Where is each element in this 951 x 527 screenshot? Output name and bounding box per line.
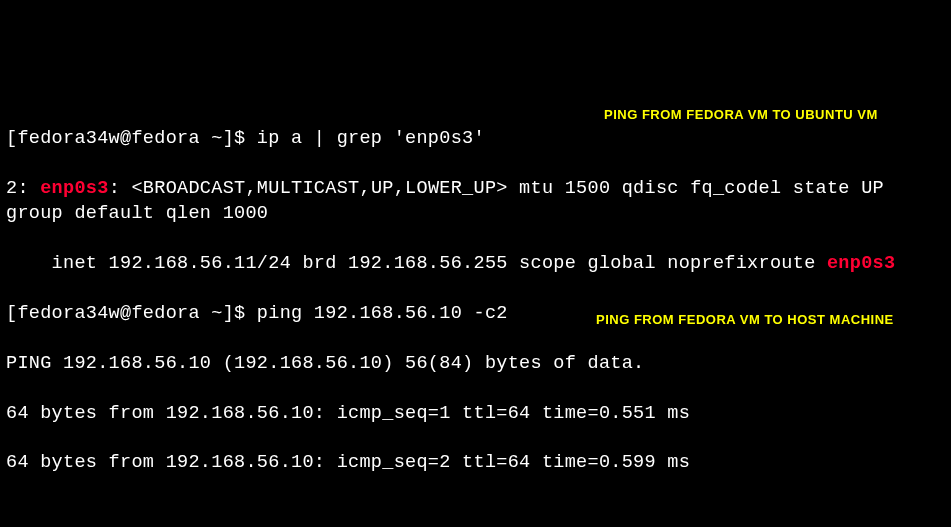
- command-text: ip a | grep 'enp0s3': [257, 128, 485, 149]
- annotation-fedora-to-host: PING FROM FEDORA VM TO HOST MACHINE: [596, 311, 894, 329]
- terminal-line: inet 192.168.56.11/24 brd 192.168.56.255…: [6, 252, 945, 277]
- grep-match-highlight: enp0s3: [827, 253, 895, 274]
- shell-prompt: [fedora34w@fedora ~]$: [6, 128, 257, 149]
- terminal-line: 2: enp0s3: <BROADCAST,MULTICAST,UP,LOWER…: [6, 177, 945, 227]
- grep-match-highlight: enp0s3: [40, 178, 108, 199]
- terminal-line: 64 bytes from 192.168.56.10: icmp_seq=2 …: [6, 451, 945, 476]
- terminal-line: 64 bytes from 192.168.56.10: icmp_seq=1 …: [6, 402, 945, 427]
- command-text: ping 192.168.56.10 -c2: [257, 303, 508, 324]
- terminal-line: [fedora34w@fedora ~]$ ip a | grep 'enp0s…: [6, 127, 945, 152]
- output-text: inet 192.168.56.11/24 brd 192.168.56.255…: [6, 253, 827, 274]
- output-text: 2:: [6, 178, 40, 199]
- annotation-fedora-to-ubuntu: PING FROM FEDORA VM TO UBUNTU VM: [604, 106, 878, 124]
- terminal-line: PING 192.168.56.10 (192.168.56.10) 56(84…: [6, 352, 945, 377]
- output-text: : <BROADCAST,MULTICAST,UP,LOWER_UP> mtu …: [6, 178, 895, 224]
- shell-prompt: [fedora34w@fedora ~]$: [6, 303, 257, 324]
